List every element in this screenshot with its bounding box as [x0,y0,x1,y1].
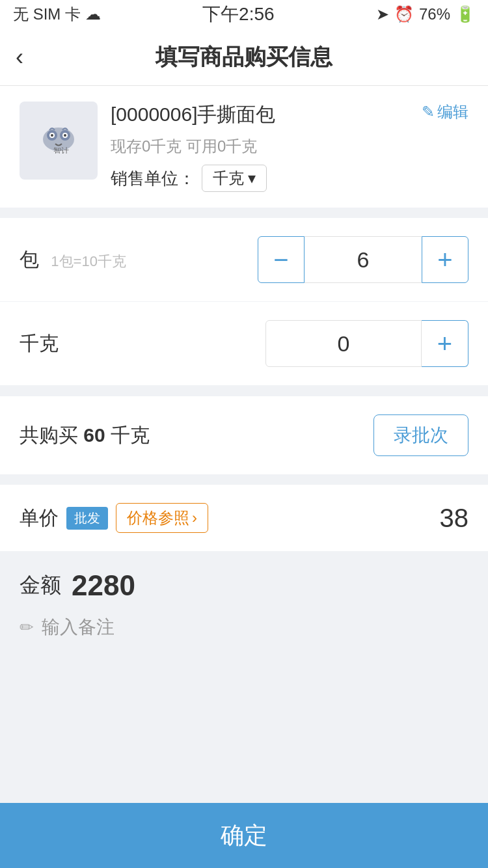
increase-bao-button[interactable]: + [422,236,468,283]
quantity-kg-input[interactable] [265,320,422,367]
dropdown-icon: ▾ [248,169,256,187]
summary-unit-value: 千克 [111,424,150,446]
quantity-row-bao: 包 1包=10千克 − + [0,218,488,302]
status-time: 下午2:56 [202,2,275,27]
unit-bao-label: 包 1包=10千克 [20,247,258,273]
increase-kg-button[interactable]: + [422,320,468,367]
quantity-control-bao: − + [258,236,468,283]
nav-bar: ‹ 填写商品购买信息 [0,29,488,86]
note-row[interactable]: ✏ 输入备注 [20,615,468,640]
divider-2 [0,386,488,396]
confirm-bar[interactable]: 确定 [0,803,488,868]
price-label: 单价 [20,505,59,532]
summary-label: 共购买 [20,424,78,446]
price-row: 单价 批发 价格参照 › 38 [20,503,468,533]
product-name: [0000006]手撕面包 [111,102,275,128]
battery-icon: 🔋 [455,5,475,23]
svg-point-5 [51,134,53,137]
price-ref-label: 价格参照 [127,508,189,528]
quantity-bao-input[interactable] [305,236,422,283]
back-button[interactable]: ‹ [16,44,23,71]
unit-label: 销售单位： [111,167,195,190]
status-bar: 无 SIM 卡 ☁ 下午2:56 ➤ ⏰ 76% 🔋 [0,0,488,29]
bao-sublabel: 1包=10千克 [51,253,126,269]
record-batch-button[interactable]: 录批次 [373,414,468,456]
unit-kg-label: 千克 [20,331,265,357]
price-ref-arrow-icon: › [192,509,197,527]
pencil-icon: ✏ [20,617,34,638]
price-value: 38 [440,504,469,533]
confirm-button-label: 确定 [221,820,267,852]
battery-level: 76% [419,5,450,23]
note-placeholder: 输入备注 [42,615,115,640]
summary-row: 共购买 60 千克 录批次 [0,396,488,474]
product-unit: 销售单位： 千克 ▾ [111,165,468,192]
amount-label: 金额 [20,571,61,600]
main-content: 无 SIM 卡 ☁ 下午2:56 ➤ ⏰ 76% 🔋 ‹ 填写商品购买信息 [0,0,488,868]
price-section: 单价 批发 价格参照 › 38 [0,485,488,551]
price-ref-button[interactable]: 价格参照 › [116,503,208,533]
svg-point-6 [64,134,66,137]
alarm-icon: ⏰ [394,5,414,23]
divider-1 [0,208,488,218]
edit-label: 编辑 [437,102,468,122]
amount-row: 金额 2280 [20,569,468,602]
amount-value: 2280 [72,569,135,602]
page-title: 填写商品购买信息 [156,42,332,72]
svg-text:智计: 智计 [53,146,69,154]
decrease-bao-button[interactable]: − [258,236,305,283]
status-right: ➤ ⏰ 76% 🔋 [376,5,475,23]
unit-select[interactable]: 千克 ▾ [202,165,267,192]
amount-section: 金额 2280 ✏ 输入备注 [0,551,488,658]
edit-icon: ✎ [422,103,435,121]
edit-button[interactable]: ✎ 编辑 [422,102,468,122]
product-info-section: 智计 [0000006]手撕面包 ✎ 编辑 现存0千克 可用0千克 销售单位： … [0,86,488,208]
product-details: [0000006]手撕面包 ✎ 编辑 现存0千克 可用0千克 销售单位： 千克 … [111,102,468,192]
product-logo-icon: 智计 [39,121,78,161]
unit-value: 千克 [213,168,244,189]
quantity-row-kg: 千克 + [0,302,488,386]
status-left: 无 SIM 卡 ☁ [13,4,101,25]
sim-label: 无 SIM 卡 ☁ [13,4,101,25]
product-stock: 现存0千克 可用0千克 [111,136,468,157]
input-section: 包 1包=10千克 − + 千克 + [0,218,488,386]
product-card: 智计 [0000006]手撕面包 ✎ 编辑 现存0千克 可用0千克 销售单位： … [20,102,468,192]
summary-qty-value: 60 [83,424,105,446]
quantity-control-kg: + [265,320,468,367]
product-thumbnail: 智计 [20,102,98,180]
price-left: 单价 批发 价格参照 › [20,503,208,533]
summary-text: 共购买 60 千克 [20,422,150,449]
divider-3 [0,474,488,485]
location-icon: ➤ [376,5,389,23]
batch-badge: 批发 [66,507,108,530]
